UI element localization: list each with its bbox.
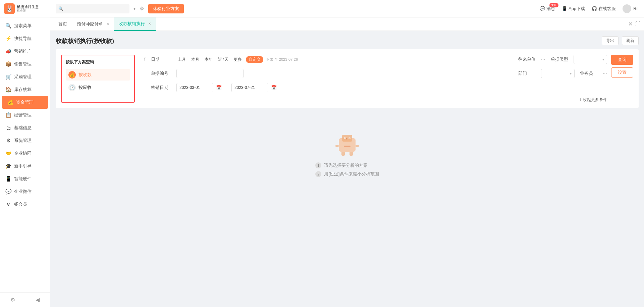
filter-action-buttons: 查询 设置 [611, 55, 633, 78]
sidebar-item-member[interactable]: V 畅会员 [0, 198, 50, 211]
message-button[interactable]: 💬 消息 99+ [540, 6, 555, 12]
sidebar-collapse-icon[interactable]: ◀ [36, 297, 40, 303]
tabs-actions: ✕ ⛶ [628, 21, 644, 27]
user-profile[interactable]: Rit [623, 4, 639, 13]
date-this-month[interactable]: 本月 [190, 56, 201, 63]
query-scheme-panel: 按以下方案查询 💰 按收款 🕐 按应收 [61, 55, 135, 103]
content-area: 收款核销执行(按收款) 导出 刷新 按以下方案查询 💰 按收款 🕐 按应收 《 [50, 31, 644, 307]
date-hint: 不限 至 2023-07-26 [266, 57, 298, 62]
collapse-more-label: 收起更多条件 [583, 97, 607, 103]
filter-by-receivable[interactable]: 🕐 按应收 [66, 82, 130, 93]
hardware-icon: 📱 [5, 176, 11, 182]
dept-select[interactable]: ▾ [541, 69, 575, 78]
online-service-button[interactable]: 🎧 在线客服 [592, 6, 616, 12]
verify-date-end-input[interactable] [231, 83, 268, 92]
empty-tips: 1 请先选择要分析的方案 2 用[过滤]条件来缩小分析范围 [315, 162, 379, 177]
system-icon: ⚙ [5, 138, 11, 144]
sidebar-item-finance[interactable]: 💰 资金管理 [2, 96, 48, 109]
verify-date-end-calendar-icon[interactable]: 📅 [271, 85, 277, 90]
inventory-icon: 🏠 [5, 87, 11, 93]
date-custom[interactable]: 自定义 [246, 56, 263, 63]
topbar-search-bar[interactable]: 🔍 [56, 4, 129, 13]
tab-receipt-verify[interactable]: 收款核销执行 ✕ [114, 17, 156, 31]
sidebar-item-guide[interactable]: 🎓 新手引导 [0, 160, 50, 172]
scheme-panel-title: 按以下方案查询 [66, 59, 130, 65]
topbar-right-area: 💬 消息 99+ 📱 App下载 🎧 在线客服 Rit [540, 4, 639, 13]
biz-icon: 📋 [5, 112, 11, 118]
filter-fields-panel: 日期 上月 本月 本年 近7天 更多 自定义 不限 至 2023-07-26 往… [151, 55, 607, 103]
svg-rect-8 [350, 152, 353, 156]
collapse-more-btn[interactable]: 《 收起更多条件 [151, 97, 607, 103]
query-button[interactable]: 查询 [611, 55, 633, 65]
sidebar-item-inventory[interactable]: 🏠 库存核算 [0, 83, 50, 96]
tab-receipt-verify-close-icon[interactable]: ✕ [148, 22, 151, 25]
verify-date-start-input[interactable] [176, 83, 213, 92]
date-shortcuts: 上月 本月 本年 近7天 更多 自定义 不限 至 2023-07-26 [176, 56, 298, 63]
tip-2-text: 用[过滤]条件来缩小分析范围 [324, 171, 379, 177]
scheme-panel-collapse-btn[interactable]: 《 [140, 56, 147, 63]
sidebar-item-search-label: 搜索菜单 [14, 23, 32, 29]
tab-receipt-verify-label: 收款核销执行 [119, 21, 145, 27]
sidebar-item-marketing[interactable]: 📣 营销推广 [0, 45, 50, 58]
tab-home[interactable]: 首页 [54, 17, 72, 31]
app-download-button[interactable]: 📱 App下载 [562, 6, 585, 12]
date-range-separator: — [224, 85, 229, 90]
voucher-no-input[interactable] [176, 69, 244, 78]
empty-tip-1: 1 请先选择要分析的方案 [315, 162, 379, 168]
tab-maximize-icon[interactable]: ⛶ [635, 21, 641, 27]
marketing-icon: 📣 [5, 48, 11, 54]
user-avatar [623, 4, 631, 13]
sidebar-item-purchase[interactable]: 🛒 采购管理 [0, 70, 50, 83]
sidebar-item-biz-label: 经营管理 [14, 112, 32, 118]
svg-rect-4 [344, 146, 351, 147]
topbar-gear-icon[interactable]: ⚙ [140, 5, 144, 12]
export-button[interactable]: 导出 [602, 36, 619, 45]
verify-date-label: 核销日期 [151, 85, 171, 91]
verify-date-start-calendar-icon[interactable]: 📅 [216, 85, 222, 90]
sidebar-item-system[interactable]: ⚙ 系统管理 [0, 134, 50, 147]
filter-by-receipt-label: 按收款 [78, 72, 92, 78]
sales-icon: 📦 [5, 61, 11, 67]
sidebar-item-hardware[interactable]: 📱 智能硬件 [0, 172, 50, 185]
app-edition: 标准版 [17, 9, 39, 13]
receivable-option-icon: 🕐 [68, 84, 76, 91]
page-header: 收款核销执行(按收款) 导出 刷新 [56, 36, 639, 45]
logo-icon: 🐰 [4, 3, 15, 14]
sidebar-item-guide-label: 新手引导 [14, 163, 32, 169]
headset-icon: 🎧 [592, 6, 597, 11]
sidebar-item-collab[interactable]: 🤝 企业协同 [0, 147, 50, 160]
finance-icon: 💰 [7, 99, 13, 105]
date-this-year[interactable]: 本年 [203, 56, 214, 63]
sidebar-item-shortcut[interactable]: ⚡ 快捷导航 [0, 32, 50, 45]
topbar-dropdown-icon[interactable]: ▾ [133, 6, 136, 11]
sidebar-item-wechat[interactable]: 💬 企业微信 [0, 185, 50, 198]
date-last-month[interactable]: 上月 [176, 56, 187, 63]
sidebar-item-biz[interactable]: 📋 经营管理 [0, 109, 50, 121]
filter-by-receipt[interactable]: 💰 按收款 [66, 69, 130, 81]
industry-solution-button[interactable]: 休验行业方案 [148, 4, 184, 13]
refresh-button[interactable]: 刷新 [622, 36, 639, 45]
tip-2-num: 2 [315, 171, 321, 177]
filter-by-receivable-label: 按应收 [78, 85, 92, 91]
tab-prepay-close-icon[interactable]: ✕ [106, 22, 109, 26]
date-last-7days[interactable]: 近7天 [217, 56, 230, 63]
customer-label: 往来单位 [518, 56, 538, 62]
sidebar-item-basic[interactable]: 🗂 基础信息 [0, 121, 50, 134]
app-download-label: App下载 [569, 6, 585, 12]
staff-label: 业务员 [580, 70, 600, 76]
date-more[interactable]: 更多 [232, 56, 243, 63]
voucher-type-label: 单据类型 [551, 56, 571, 62]
settings-button[interactable]: 设置 [611, 67, 633, 78]
tab-close-all-icon[interactable]: ✕ [628, 21, 633, 27]
customer-ellipsis[interactable]: ··· [541, 56, 545, 62]
sidebar-item-shortcut-label: 快捷导航 [14, 36, 32, 42]
staff-ellipsis[interactable]: ··· [603, 70, 607, 76]
page-header-actions: 导出 刷新 [602, 36, 639, 45]
voucher-type-select[interactable]: ▾ [574, 55, 607, 64]
app-download-icon: 📱 [562, 6, 567, 11]
sidebar-item-sales[interactable]: 📦 销售管理 [0, 58, 50, 70]
sidebar-settings-icon[interactable]: ⚙ [10, 297, 15, 303]
tab-prepay[interactable]: 预付冲应付单 ✕ [72, 17, 114, 31]
svg-rect-6 [356, 145, 359, 147]
sidebar-item-search[interactable]: 🔍 搜索菜单 [0, 19, 50, 32]
